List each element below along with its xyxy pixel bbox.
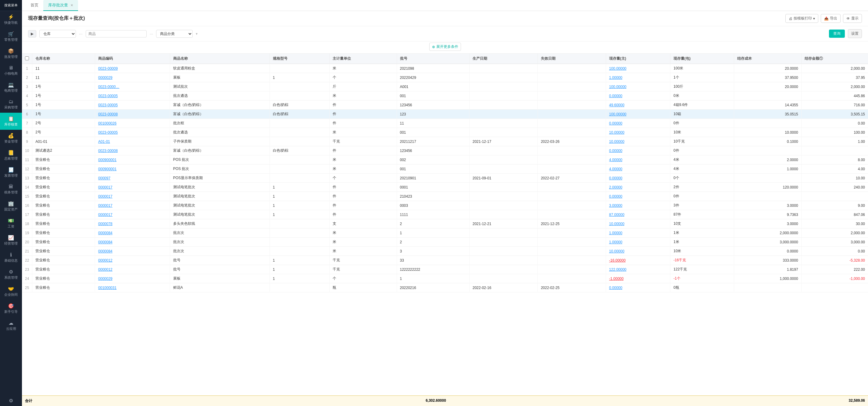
sidebar-item-采购管理[interactable]: 🗂 采购管理 [0,96,22,113]
query-button[interactable]: 查询 [829,30,845,38]
sidebar-item-企业协同[interactable]: 🤝 企业协同 [0,283,22,300]
cell-code[interactable]: 0000029 [95,73,170,82]
sidebar-item-系统管理[interactable]: ⚙ 系统管理 [0,266,22,283]
cell-code[interactable]: 000900001 [95,155,170,165]
cell-code[interactable]: 0023-00005 [95,128,170,137]
cell-qty-main[interactable]: 1.00000 [606,238,670,247]
cell-name: 批次次 [170,229,270,238]
cell-batch: 123456 [397,101,469,110]
cell-qty-main[interactable]: 10.00000 [606,247,670,256]
cell-code[interactable]: 0023-0000… [95,82,170,91]
cell-code[interactable]: 0023-00008 [95,146,170,155]
cell-code[interactable]: 0000084 [95,229,170,238]
sidebar-item-新手引导[interactable]: 🎯 新手引导 [0,300,22,317]
cell-unit: 瓶 [330,283,397,293]
cell-qty-main[interactable]: 1.00000 [606,73,670,82]
tab-home[interactable]: 首页 [26,0,43,11]
cell-qty-main[interactable]: 10.00000 [606,128,670,137]
cell-qty-main[interactable]: 0.00000 [606,119,670,128]
cell-qty-main[interactable]: 4.00000 [606,165,670,174]
cell-code[interactable]: 0000084 [95,247,170,256]
cell-name: 富诚（白色/奶棕） [170,101,270,110]
filter-expand-toggle[interactable]: ▶ [28,30,36,37]
table-row: 1 11 0023-00009 软皮通用粉盒 米 2021098 100.000… [22,64,868,73]
cell-qty-main[interactable]: 100.00000 [606,64,670,73]
cell-code[interactable]: 0000017 [95,192,170,201]
cell-amount: 847.06 [801,210,868,219]
goods-input[interactable] [86,30,147,37]
cell-code[interactable]: 0000017 [95,183,170,192]
sidebar-item-零售管理[interactable]: 🛒 零售管理 [0,28,22,45]
cell-produce-date: 2021-12-21 [469,219,537,229]
select-all-checkbox[interactable] [25,56,29,60]
cell-qty-main[interactable]: 1.00000 [606,229,670,238]
cell-code[interactable]: 001000031 [95,283,170,293]
table-container[interactable]: 仓库名称 商品编码 商品名称 规格型号 主计量单位 批号 生产日期 失效日期 现… [22,54,868,395]
cell-qty-main[interactable]: 0.00000 [606,146,670,155]
sidebar-item-快捷导航[interactable]: ⚡ 快捷导航 [0,11,22,28]
tab-close-icon[interactable]: ✕ [70,3,73,7]
cloud-icon: ☁ [1,320,21,326]
sidebar-item-工资[interactable]: 💵 工资 [0,215,22,232]
sidebar-item-税务管理[interactable]: 🏛 税务管理 [0,181,22,198]
cell-qty-main[interactable]: 0.00000 [606,192,670,201]
sidebar-item-资金管理[interactable]: 💰 资金管理 [0,130,22,147]
sidebar-item-总账管理[interactable]: 📒 总账管理 [0,147,22,164]
cell-code[interactable]: 0023-00005 [95,101,170,110]
cell-qty-main[interactable]: -16.00000 [606,256,670,265]
sidebar-item-经营管理[interactable]: 📈 经营管理 [0,232,22,249]
warehouse-select[interactable]: 仓库 [39,30,76,38]
cell-code[interactable]: 0000084 [95,238,170,247]
cell-code[interactable]: 0000017 [95,201,170,210]
cell-qty-main[interactable]: 2.00000 [606,183,670,192]
sidebar-item-基础信息[interactable]: ℹ 基础信息 [0,249,22,266]
cell-qty-main[interactable]: 10.00000 [606,219,670,229]
cell-qty-main[interactable]: 0.00000 [606,91,670,101]
cell-code[interactable]: 0000029 [95,274,170,283]
cell-qty-main[interactable]: 87.00000 [606,210,670,219]
sidebar-item-小独电商[interactable]: 🖥 小独电商 [0,62,22,79]
cell-code[interactable]: 000900001 [95,165,170,174]
cell-code[interactable]: 0023-00008 [95,110,170,119]
cell-spec [270,64,330,73]
cell-code[interactable]: 001000026 [95,119,170,128]
cell-qty-main[interactable]: 122.00000 [606,265,670,274]
cell-code[interactable]: 000097 [95,174,170,183]
category-select[interactable]: 商品分类 [156,30,193,38]
cell-code[interactable]: 0023-00009 [95,64,170,73]
print-button[interactable]: 🖨 按模板打印 ▾ [785,14,818,23]
sidebar-item-库存核查[interactable]: 📋 库存核查 [0,113,22,130]
cell-produce-date: 2022-02-16 [469,283,537,293]
cell-qty-main[interactable]: -1.00000 [606,274,670,283]
ledger-icon: 📒 [1,150,21,156]
cell-qty-main[interactable]: 4.00000 [606,155,670,165]
cell-qty-main[interactable]: 100.00000 [606,110,670,119]
sidebar-item-云应用[interactable]: ☁ 云应用 [0,317,22,334]
cell-spec [270,119,330,128]
sidebar-item-批发管理[interactable]: 📦 批发管理 [0,45,22,62]
cell-code[interactable]: 0000012 [95,265,170,274]
cell-qty-main[interactable]: 49.60000 [606,101,670,110]
sidebar-logo[interactable]: 搜索菜单 [0,0,22,11]
cell-unit: 米 [330,229,397,238]
cell-code[interactable]: 0023-00005 [95,91,170,101]
export-button[interactable]: 📤 导出 [821,14,841,23]
cell-qty-main[interactable]: 100.00000 [606,82,670,91]
cell-code[interactable]: 0000012 [95,256,170,265]
footer-total-amount: 32,589.06 [816,398,865,404]
expand-more-btn[interactable]: ⊕ 展开更多条件 [429,43,461,51]
sidebar-item-发票管理[interactable]: 🧾 发票管理 [0,164,22,181]
cell-qty-main[interactable]: 3.00000 [606,201,670,210]
cell-code[interactable]: 0000078 [95,219,170,229]
sidebar-item-电商管理[interactable]: 💻 电商管理 [0,79,22,96]
cell-qty-main[interactable]: 0.00000 [606,174,670,183]
cell-qty-main[interactable]: 10.00000 [606,137,670,146]
settings-bottom-icon[interactable]: ⚙ [0,395,22,406]
cell-qty-main[interactable]: 0.00000 [606,283,670,293]
cell-code[interactable]: A01-01 [95,137,170,146]
sidebar-item-固定资产[interactable]: 🏢 固定资产 [0,198,22,215]
cell-code[interactable]: 0000017 [95,210,170,219]
tab-inventory-batch[interactable]: 库存批次查 ✕ [43,0,78,11]
display-button[interactable]: 👁 显示 [843,14,862,23]
settings-button[interactable]: 设置 [848,29,862,38]
